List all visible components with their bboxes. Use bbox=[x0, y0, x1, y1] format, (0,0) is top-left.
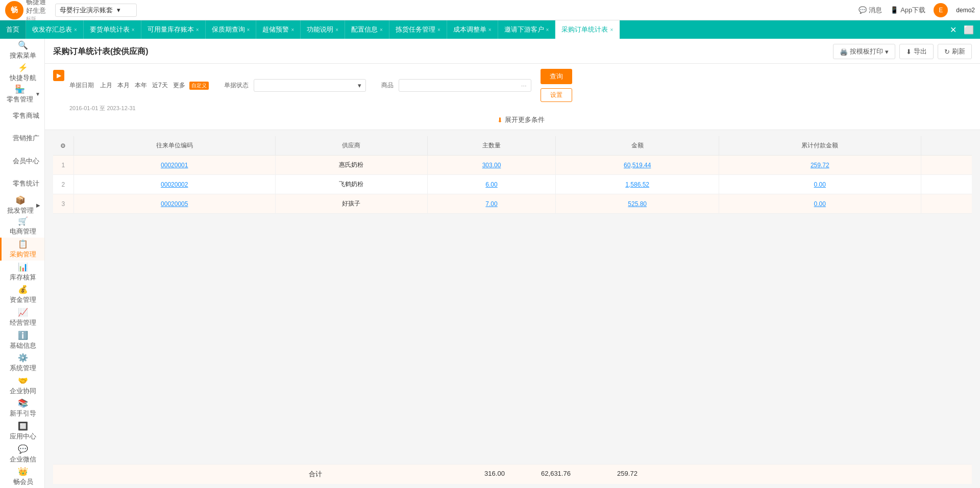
close-receive-send-icon[interactable]: × bbox=[74, 27, 77, 33]
status-dropdown-icon: ▾ bbox=[358, 82, 361, 89]
print-button[interactable]: 🖨️ 按模板打印 ▾ bbox=[833, 44, 895, 59]
message-button[interactable]: 💬 消息 bbox=[859, 6, 882, 15]
shortcut-this-year[interactable]: 本年 bbox=[134, 81, 148, 90]
sidebar-item-member[interactable]: 会员中心 bbox=[0, 149, 44, 172]
col-quantity: 主数量 bbox=[427, 136, 556, 156]
close-invite-icon[interactable]: × bbox=[546, 27, 549, 33]
cell-paid[interactable]: 0.00 bbox=[719, 175, 921, 194]
sidebar-item-inventory[interactable]: 📊 库存核算 bbox=[0, 261, 44, 284]
cell-supplier: 惠氏奶粉 bbox=[276, 156, 428, 175]
tab-function-desc[interactable]: 功能说明 × bbox=[301, 20, 345, 39]
close-pick-task-icon[interactable]: × bbox=[437, 27, 440, 33]
sidebar-item-retail-mall[interactable]: 零售商城 bbox=[0, 104, 44, 127]
sidebar-item-search[interactable]: 🔍 搜索菜单 bbox=[0, 39, 44, 62]
close-overstock-icon[interactable]: × bbox=[291, 27, 294, 33]
sidebar-item-retail-stats[interactable]: 零售统计 bbox=[0, 172, 44, 195]
close-order-stats-icon[interactable]: × bbox=[132, 27, 135, 33]
status-select[interactable]: ▾ bbox=[254, 79, 366, 92]
table-wrapper: ⚙ 往来单位编码 供应商 主数量 金额 累计付款金额 1 00020001 惠氏… bbox=[45, 130, 980, 464]
cell-code[interactable]: 00020001 bbox=[74, 156, 276, 175]
enterprise-icon: 🤝 bbox=[18, 376, 28, 386]
sidebar-item-operations[interactable]: 📈 经营管理 bbox=[0, 306, 44, 329]
nav-tabs: 首页 收发存汇总表 × 要货单统计表 × 可用量库存账本 × 保质期查询 × 超… bbox=[0, 20, 980, 39]
table-row: 2 00020002 飞鹤奶粉 6.00 1,586.52 0.00 bbox=[53, 175, 972, 194]
purchase-icon: 📋 bbox=[18, 239, 28, 249]
sidebar-item-marketing[interactable]: 营销推广 bbox=[0, 127, 44, 150]
filter-toggle-button[interactable]: ▶ bbox=[53, 70, 64, 81]
tab-receive-send[interactable]: 收发存汇总表 × bbox=[26, 20, 84, 39]
cell-quantity[interactable]: 6.00 bbox=[427, 175, 556, 194]
refresh-button[interactable]: ↻ 刷新 bbox=[938, 44, 972, 59]
close-available-stock-icon[interactable]: × bbox=[196, 27, 199, 33]
logo-text: 畅捷通好生意 标版 bbox=[26, 0, 50, 22]
shortcut-more[interactable]: 更多 bbox=[172, 81, 186, 90]
maximize-button[interactable]: ⬜ bbox=[962, 24, 976, 36]
tab-purchase-order-stats[interactable]: 采购订单统计表 × bbox=[555, 20, 620, 39]
col-settings[interactable]: ⚙ bbox=[53, 136, 74, 156]
goods-label: 商品 bbox=[381, 81, 394, 90]
close-function-desc-icon[interactable]: × bbox=[335, 27, 338, 33]
sidebar-item-basic-info[interactable]: ℹ️ 基础信息 bbox=[0, 329, 44, 352]
cell-code[interactable]: 00020002 bbox=[74, 175, 276, 194]
close-expiry-query-icon[interactable]: × bbox=[247, 27, 250, 33]
tab-pick-task[interactable]: 拣货任务管理 × bbox=[389, 20, 447, 39]
tab-config-info[interactable]: 配置信息 × bbox=[345, 20, 389, 39]
tab-available-stock[interactable]: 可用量库存账本 × bbox=[141, 20, 206, 39]
tab-expiry-query[interactable]: 保质期查询 × bbox=[206, 20, 257, 39]
close-all-tabs-button[interactable]: ✕ bbox=[948, 24, 959, 36]
expand-more-button[interactable]: ⬇ 展开更多条件 bbox=[69, 115, 972, 124]
page-actions: 🖨️ 按模板打印 ▾ ⬇ 导出 ↻ 刷新 bbox=[833, 44, 972, 59]
sidebar-item-ecommerce[interactable]: 🛒 电商管理 bbox=[0, 215, 44, 238]
sidebar-item-enterprise-wechat[interactable]: 💬 企业微信 bbox=[0, 443, 44, 466]
cell-paid[interactable]: 0.00 bbox=[719, 194, 921, 214]
shortcut-7days[interactable]: 近7天 bbox=[151, 81, 169, 90]
sidebar-item-app-center[interactable]: 🔲 应用中心 bbox=[0, 420, 44, 443]
app-download-button[interactable]: 📱 App下载 bbox=[890, 6, 925, 15]
shortcut-icon: ⚡ bbox=[18, 63, 28, 72]
close-config-info-icon[interactable]: × bbox=[380, 27, 383, 33]
table-row: 3 00020005 好孩子 7.00 525.80 0.00 bbox=[53, 194, 972, 214]
cell-paid[interactable]: 259.72 bbox=[719, 156, 921, 175]
query-actions: 查询 设置 bbox=[541, 69, 572, 102]
settings-button[interactable]: 设置 bbox=[541, 88, 572, 102]
filter-date-range: 2016-01-01 至 2023-12-31 bbox=[69, 104, 972, 112]
inventory-icon: 📊 bbox=[18, 262, 28, 272]
goods-input[interactable]: ··· bbox=[399, 79, 531, 92]
cell-empty bbox=[921, 175, 972, 194]
export-button[interactable]: ⬇ 导出 bbox=[899, 44, 934, 59]
custom-badge: 自定义 bbox=[189, 82, 209, 90]
sidebar-item-shortcut[interactable]: ⚡ 快捷导航 bbox=[0, 62, 44, 85]
tab-order-stats[interactable]: 要货单统计表 × bbox=[84, 20, 141, 39]
sidebar-item-system[interactable]: ⚙️ 系统管理 bbox=[0, 351, 44, 374]
table-body: 1 00020001 惠氏奶粉 303.00 60,519.44 259.72 … bbox=[53, 156, 972, 214]
sidebar-item-vip-member[interactable]: 👑 畅会员 bbox=[0, 465, 44, 488]
table-footer: 合计 316.00 62,631.76 259.72 bbox=[45, 464, 980, 488]
goods-ellipsis-icon[interactable]: ··· bbox=[521, 82, 527, 89]
shortcut-last-month[interactable]: 上月 bbox=[99, 81, 113, 90]
sidebar-item-retail[interactable]: 🏪 零售管理 ▼ bbox=[0, 84, 44, 104]
cell-amount[interactable]: 60,519.44 bbox=[556, 156, 719, 175]
new-guide-icon: 📚 bbox=[18, 398, 28, 408]
tab-invite-downstream[interactable]: 邀请下游客户 × bbox=[498, 20, 556, 39]
sidebar-item-new-guide[interactable]: 📚 新手引导 bbox=[0, 397, 44, 420]
cell-amount[interactable]: 525.80 bbox=[556, 194, 719, 214]
cell-quantity[interactable]: 303.00 bbox=[427, 156, 556, 175]
tab-cost-adjust[interactable]: 成本调整单 × bbox=[447, 20, 498, 39]
cell-amount[interactable]: 1,586.52 bbox=[556, 175, 719, 194]
sidebar-item-enterprise[interactable]: 🤝 企业协同 bbox=[0, 374, 44, 397]
workspace-selector[interactable]: 母婴行业演示账套 ▾ bbox=[55, 4, 137, 17]
tab-overstock-alert[interactable]: 超储预警 × bbox=[256, 20, 301, 39]
cell-quantity[interactable]: 7.00 bbox=[427, 194, 556, 214]
operations-icon: 📈 bbox=[18, 307, 28, 317]
cell-code[interactable]: 00020005 bbox=[74, 194, 276, 214]
query-button[interactable]: 查询 bbox=[541, 69, 572, 84]
close-cost-adjust-icon[interactable]: × bbox=[488, 27, 492, 33]
sidebar-item-purchase[interactable]: 📋 采购管理 bbox=[0, 238, 44, 261]
sidebar-item-wholesale[interactable]: 📦 批发管理 ▶ bbox=[0, 195, 44, 215]
logo-icon: 畅 bbox=[5, 1, 23, 19]
sidebar-item-finance[interactable]: 💰 资金管理 bbox=[0, 283, 44, 306]
tab-home[interactable]: 首页 bbox=[0, 20, 26, 39]
avatar[interactable]: E bbox=[934, 3, 948, 17]
close-purchase-order-stats-icon[interactable]: × bbox=[610, 27, 613, 33]
shortcut-this-month[interactable]: 本月 bbox=[116, 81, 131, 90]
